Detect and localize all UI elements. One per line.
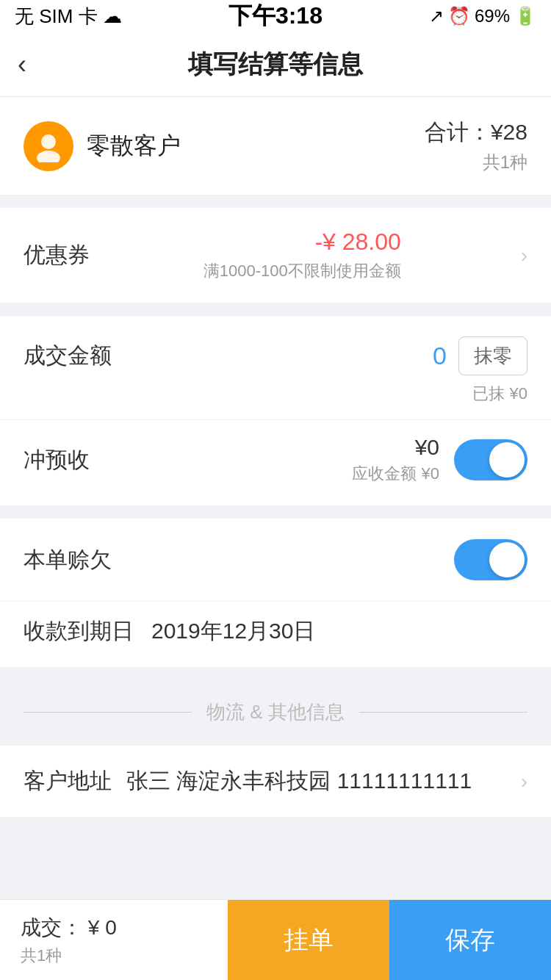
coupon-chevron: › xyxy=(521,244,527,267)
page-title: 填写结算等信息 xyxy=(188,48,363,82)
status-bar: 无 SIM 卡 ☁ 下午3:18 ↗ ⏰ 69% 🔋 xyxy=(0,0,551,32)
logistics-section: 物流 & 其他信息 xyxy=(0,682,551,743)
prereceive-row: 冲预收 ¥0 应收金额 ¥0 xyxy=(0,419,551,505)
address-value: 张三 海淀永丰科技园 11111111111 xyxy=(112,766,515,796)
coupon-label: 优惠券 xyxy=(24,240,90,270)
transaction-row: 成交金额 0 抹零 xyxy=(0,316,551,383)
coupon-amount: -¥ 28.00 xyxy=(314,228,400,256)
alarm-icon: ⏰ xyxy=(448,6,470,26)
prereceive-sub: 应收金额 ¥0 xyxy=(352,463,439,485)
bottom-transaction-label: 成交： xyxy=(21,916,82,939)
due-date-row: 收款到期日 2019年12月30日 xyxy=(0,601,551,667)
bottom-transaction-value: ¥ 0 xyxy=(88,916,117,939)
debit-toggle[interactable] xyxy=(454,539,527,580)
already-rounded: 已抹 ¥0 xyxy=(472,384,527,403)
transaction-label: 成交金额 xyxy=(24,341,112,371)
hold-button-label: 挂单 xyxy=(284,923,334,957)
hold-button[interactable]: 挂单 xyxy=(228,900,389,981)
coupon-desc: 满1000-100不限制使用金额 xyxy=(204,260,401,282)
prereceive-right: ¥0 应收金额 ¥0 xyxy=(352,435,527,485)
toggle-knob xyxy=(489,442,525,478)
save-button[interactable]: 保存 xyxy=(389,900,551,981)
customer-left: 零散客户 xyxy=(24,121,181,171)
coupon-right: -¥ 28.00 满1000-100不限制使用金额 xyxy=(204,228,401,282)
coupon-row[interactable]: 优惠券 -¥ 28.00 满1000-100不限制使用金额 › xyxy=(0,208,551,303)
prereceive-amounts: ¥0 应收金额 ¥0 xyxy=(352,435,439,485)
debit-section: 本单赊欠 收款到期日 2019年12月30日 xyxy=(0,519,551,667)
due-date-value: 2019年12月30日 xyxy=(151,616,315,646)
logistics-text: 物流 & 其他信息 xyxy=(192,699,359,725)
logistics-line-left xyxy=(24,712,192,713)
customer-row: 零散客户 合计：¥28 共1种 xyxy=(0,97,551,195)
battery-text: 69% xyxy=(475,6,510,26)
status-left: 无 SIM 卡 ☁ xyxy=(15,4,122,29)
address-label: 客户地址 xyxy=(24,766,112,796)
prereceive-label: 冲预收 xyxy=(24,445,90,475)
debit-label: 本单赊欠 xyxy=(24,545,112,575)
divider-2 xyxy=(0,304,551,316)
divider-3 xyxy=(0,507,551,519)
transaction-section: 成交金额 0 抹零 已抹 ¥0 冲预收 ¥0 应收金额 ¥0 xyxy=(0,316,551,505)
prereceive-amount: ¥0 xyxy=(415,435,439,460)
bottom-count: 共1种 xyxy=(21,945,207,967)
nav-bar: ‹ 填写结算等信息 xyxy=(0,32,551,97)
customer-right: 合计：¥28 共1种 xyxy=(425,118,527,174)
location-icon: ↗ xyxy=(429,6,444,26)
svg-point-1 xyxy=(37,151,60,162)
total-count: 共1种 xyxy=(425,151,527,174)
debit-toggle-knob xyxy=(489,542,525,577)
round-zero-button[interactable]: 抹零 xyxy=(458,336,527,375)
prereceive-toggle[interactable] xyxy=(454,439,527,480)
save-button-label: 保存 xyxy=(445,923,495,957)
bottom-bar: 成交： ¥ 0 共1种 挂单 保存 xyxy=(0,899,551,980)
transaction-value: 0 xyxy=(433,342,447,370)
customer-name: 零散客户 xyxy=(87,130,181,162)
transaction-right: 0 抹零 xyxy=(433,336,527,375)
logistics-line-right xyxy=(359,712,527,713)
back-button[interactable]: ‹ xyxy=(18,49,26,80)
status-right: ↗ ⏰ 69% 🔋 xyxy=(429,6,536,26)
avatar xyxy=(24,121,73,171)
customer-section: 零散客户 合计：¥28 共1种 xyxy=(0,97,551,195)
bottom-summary: 成交： ¥ 0 共1种 xyxy=(0,914,228,967)
bottom-transaction: 成交： ¥ 0 xyxy=(21,914,207,942)
already-rounded-row: 已抹 ¥0 xyxy=(0,383,551,419)
battery-icon: 🔋 xyxy=(514,6,536,26)
divider-4 xyxy=(0,669,551,680)
svg-point-0 xyxy=(41,134,56,149)
due-date-label: 收款到期日 xyxy=(24,616,134,646)
address-row[interactable]: 客户地址 张三 海淀永丰科技园 11111111111 › xyxy=(0,746,551,817)
debit-row: 本单赊欠 xyxy=(0,519,551,601)
address-chevron: › xyxy=(521,770,527,793)
divider-1 xyxy=(0,196,551,208)
total-amount: 合计：¥28 xyxy=(425,118,527,148)
status-time: 下午3:18 xyxy=(228,0,323,32)
